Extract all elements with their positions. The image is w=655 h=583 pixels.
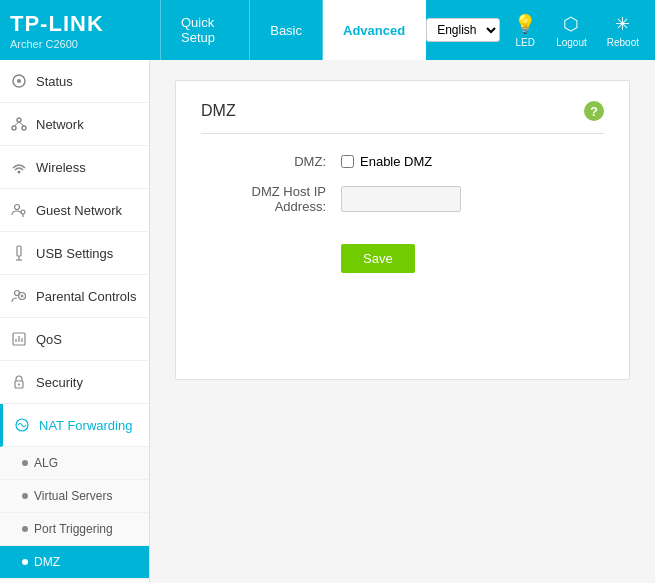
sidebar-item-usb-settings[interactable]: USB Settings <box>0 232 149 275</box>
svg-point-23 <box>18 384 20 386</box>
bullet-virtual-servers <box>22 493 28 499</box>
save-row: Save <box>201 234 604 273</box>
brand-model: Archer C2600 <box>10 38 160 50</box>
tab-advanced[interactable]: Advanced <box>323 0 426 60</box>
enable-dmz-checkbox[interactable] <box>341 155 354 168</box>
enable-dmz-label[interactable]: Enable DMZ <box>341 154 432 169</box>
page-title: DMZ <box>201 102 236 120</box>
sidebar-item-wireless[interactable]: Wireless <box>0 146 149 189</box>
dmz-host-ip-label: DMZ Host IP Address: <box>201 184 341 214</box>
sidebar-sub-item-alg[interactable]: ALG <box>0 447 149 480</box>
wireless-icon <box>10 158 28 176</box>
svg-point-1 <box>17 79 21 83</box>
svg-point-2 <box>17 118 21 122</box>
led-icon: 💡 <box>514 13 536 35</box>
dmz-host-ip-input[interactable] <box>341 186 461 212</box>
nav-tabs: Quick Setup Basic Advanced <box>160 0 426 60</box>
led-button[interactable]: 💡 LED <box>508 11 542 50</box>
parental-controls-icon <box>10 287 28 305</box>
svg-line-6 <box>19 122 24 126</box>
reboot-icon: ✳ <box>615 13 630 35</box>
sidebar-item-network[interactable]: Network <box>0 103 149 146</box>
nat-forwarding-icon <box>13 416 31 434</box>
sidebar-sub-item-upnp[interactable]: UPnP <box>0 579 149 583</box>
svg-line-5 <box>14 122 19 126</box>
qos-icon <box>10 330 28 348</box>
nat-sub-menu: ALG Virtual Servers Port Triggering DMZ … <box>0 447 149 583</box>
network-icon <box>10 115 28 133</box>
svg-rect-11 <box>17 246 21 256</box>
svg-point-7 <box>18 171 21 174</box>
reboot-button[interactable]: ✳ Reboot <box>601 11 645 50</box>
status-icon <box>10 72 28 90</box>
sidebar-sub-item-dmz[interactable]: DMZ <box>0 546 149 579</box>
main-layout: Status Network Wireless Guest Network US <box>0 60 655 583</box>
bullet-port-triggering <box>22 526 28 532</box>
sidebar-item-security[interactable]: Security <box>0 361 149 404</box>
sidebar-item-nat-forwarding[interactable]: NAT Forwarding <box>0 404 149 447</box>
svg-point-8 <box>15 205 20 210</box>
dmz-host-ip-control <box>341 186 461 212</box>
logout-button[interactable]: ⬡ Logout <box>550 11 593 50</box>
dmz-host-ip-row: DMZ Host IP Address: <box>201 184 604 214</box>
dmz-control: Enable DMZ <box>341 154 432 169</box>
content-area: DMZ ? DMZ: Enable DMZ DMZ Host IP Addres… <box>150 60 655 583</box>
svg-point-9 <box>21 210 25 214</box>
sidebar-item-status[interactable]: Status <box>0 60 149 103</box>
brand-name: TP-LINK <box>10 11 160 37</box>
save-button[interactable]: Save <box>341 244 415 273</box>
sidebar-item-parental-controls[interactable]: Parental Controls <box>0 275 149 318</box>
header: TP-LINK Archer C2600 Quick Setup Basic A… <box>0 0 655 60</box>
content-title-bar: DMZ ? <box>201 101 604 134</box>
help-icon[interactable]: ? <box>584 101 604 121</box>
logout-icon: ⬡ <box>563 13 579 35</box>
bullet-dmz <box>22 559 28 565</box>
sidebar-sub-item-port-triggering[interactable]: Port Triggering <box>0 513 149 546</box>
guest-network-icon <box>10 201 28 219</box>
bullet-alg <box>22 460 28 466</box>
language-select[interactable]: English 中文 <box>426 18 500 42</box>
security-icon <box>10 373 28 391</box>
header-right: English 中文 💡 LED ⬡ Logout ✳ Reboot <box>426 11 645 50</box>
logo-area: TP-LINK Archer C2600 <box>10 11 160 50</box>
sidebar-item-guest-network[interactable]: Guest Network <box>0 189 149 232</box>
content-card: DMZ ? DMZ: Enable DMZ DMZ Host IP Addres… <box>175 80 630 380</box>
sidebar-item-qos[interactable]: QoS <box>0 318 149 361</box>
sidebar: Status Network Wireless Guest Network US <box>0 60 150 583</box>
tab-quick-setup[interactable]: Quick Setup <box>160 0 250 60</box>
sidebar-sub-item-virtual-servers[interactable]: Virtual Servers <box>0 480 149 513</box>
tab-basic[interactable]: Basic <box>250 0 323 60</box>
usb-icon <box>10 244 28 262</box>
svg-point-4 <box>22 126 26 130</box>
dmz-row: DMZ: Enable DMZ <box>201 154 604 169</box>
svg-point-3 <box>12 126 16 130</box>
dmz-label: DMZ: <box>201 154 341 169</box>
